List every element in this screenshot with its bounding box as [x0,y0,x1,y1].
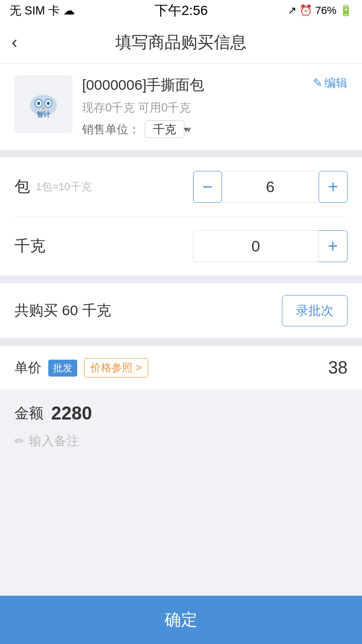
section-divider-2 [0,276,362,283]
amount-section: 金额 2280 ✏ 输入备注 [0,390,362,459]
kg-label-text: 千克 [14,236,45,257]
nav-bar: ‹ 填写商品购买信息 [0,21,362,64]
bag-controls: − + [193,171,348,203]
amount-row: 金额 2280 [14,403,348,424]
pifa-tag: 批发 [48,360,77,377]
edit-button[interactable]: ✎ 编辑 [313,75,348,91]
summary-section: 共购买 60 千克 录批次 [0,283,362,338]
kg-controls: + [193,230,348,262]
main-content: 智计 [0000006]手撕面包 ✎ 编辑 现存0千克 可用0千克 销售单位： … [0,64,362,644]
confirm-text: 确定 [165,609,197,631]
batch-button[interactable]: 录批次 [282,295,348,326]
svg-text:智计: 智计 [36,111,51,118]
bag-quantity-input[interactable] [222,171,319,203]
kg-row: 千克 + [14,217,348,276]
section-divider-1 [0,150,362,157]
summary-text: 共购买 60 千克 [14,301,111,321]
page-title: 填写商品购买信息 [115,31,247,54]
sim-label: 无 SIM 卡 ☁ [10,3,75,18]
unit-label: 销售单位： [82,122,140,137]
kg-quantity-input[interactable] [193,230,319,262]
status-bar: 无 SIM 卡 ☁ 下午2:56 ↗ ⏰ 76% 🔋 [0,0,362,21]
input-section: 包 1包=10千克 − + 千克 + [0,157,362,276]
kg-label: 千克 [14,236,45,257]
kg-plus-button[interactable]: + [319,230,348,262]
edit-label: 编辑 [324,75,348,91]
owl-logo: 智计 [27,90,60,119]
edit-icon: ✎ [313,76,322,90]
amount-value: 2280 [51,403,92,424]
product-card: 智计 [0000006]手撕面包 ✎ 编辑 现存0千克 可用0千克 销售单位： … [0,64,362,150]
note-icon: ✏ [14,434,24,448]
unit-select[interactable]: 千克 [145,120,184,138]
status-left: 无 SIM 卡 ☁ [10,3,75,18]
price-label: 单价 [14,359,42,377]
product-thumbnail: 智计 [14,75,72,133]
bag-plus-button[interactable]: + [319,171,348,203]
bag-row: 包 1包=10千克 − + [14,157,348,217]
back-button[interactable]: ‹ [12,32,17,53]
product-header: [0000006]手撕面包 ✎ 编辑 [82,75,348,100]
note-placeholder: 输入备注 [29,433,79,449]
bag-minus-button[interactable]: − [193,171,222,203]
unit-select-wrapper[interactable]: 千克 ▾ [145,120,191,138]
amount-label: 金额 [14,404,43,423]
alarm-icon: ⏰ [299,4,312,17]
status-right: ↗ ⏰ 76% 🔋 [288,4,352,17]
product-name: [0000006]手撕面包 [82,75,204,95]
section-divider-3 [0,338,362,346]
bag-hint: 1包=10千克 [36,180,92,194]
price-value: 38 [328,358,348,378]
price-section: 单价 批发 价格参照 > 38 [0,346,362,390]
status-time: 下午2:56 [154,1,208,20]
product-stock: 现存0千克 可用0千克 [82,100,348,115]
confirm-bar[interactable]: 确定 [0,596,362,644]
svg-point-5 [37,102,40,105]
reference-tag[interactable]: 价格参照 > [84,358,148,378]
product-unit: 销售单位： 千克 ▾ [82,120,348,138]
battery-label: 76% [315,4,336,17]
battery-icon: 🔋 [339,4,352,17]
location-icon: ↗ [288,4,296,17]
note-row[interactable]: ✏ 输入备注 [14,433,348,449]
svg-point-6 [47,102,50,105]
bag-label: 包 1包=10千克 [14,176,92,197]
bag-label-text: 包 [14,176,30,197]
product-info: [0000006]手撕面包 ✎ 编辑 现存0千克 可用0千克 销售单位： 千克 … [82,75,348,138]
dropdown-arrow: ▾ [186,124,191,135]
